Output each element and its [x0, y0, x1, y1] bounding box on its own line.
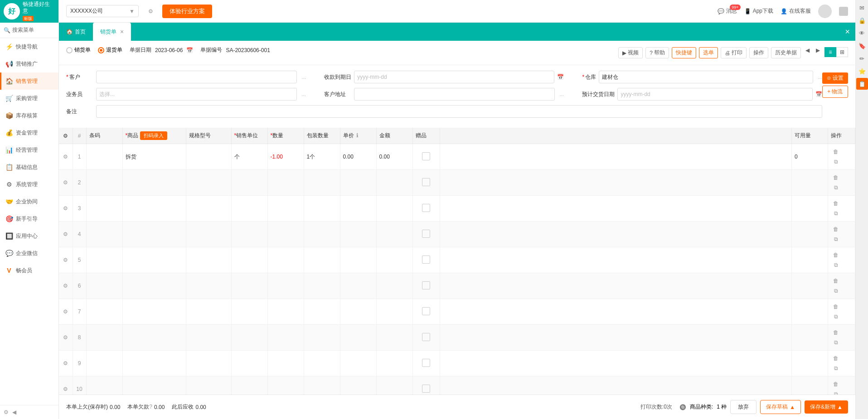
row-qty-2[interactable] [267, 170, 304, 196]
row-spec-3[interactable] [186, 196, 231, 222]
copy-icon-5[interactable]: ⧉ [831, 260, 841, 270]
tab-home[interactable]: 🏠 首页 [59, 23, 93, 41]
save-draft-button[interactable]: 保存草稿 ▲ [760, 400, 801, 414]
settings-icon[interactable]: ⚙ [4, 409, 9, 415]
col-gear[interactable]: ⚙ [59, 128, 73, 144]
expected-date-input[interactable]: yyyy-mm-dd [617, 88, 812, 101]
tool-lock-icon[interactable]: 🔒 [856, 14, 868, 26]
delete-icon-5[interactable]: 🗑 [831, 250, 841, 260]
row-barcode-10[interactable] [86, 376, 122, 395]
calendar-icon-expected[interactable]: 📅 [815, 91, 822, 97]
sidebar-item-basic[interactable]: 📋 基础信息 [0, 159, 58, 176]
row-gear-3[interactable]: ⚙ [59, 196, 73, 222]
help-btn[interactable]: ? 帮助 [645, 47, 669, 58]
print-btn[interactable]: 🖨 打印 [721, 47, 747, 58]
abandon-button[interactable]: 放弃 [730, 400, 756, 414]
save-new-button[interactable]: 保存&新增 ▲ [805, 400, 848, 414]
tool-orange-icon[interactable]: 📋 [856, 78, 868, 90]
sidebar-item-system[interactable]: ⚙ 系统管理 [0, 176, 58, 193]
shortcut-btn[interactable]: 快捷键 [672, 47, 696, 58]
calendar-icon[interactable]: 📅 [186, 47, 193, 53]
row-spec-4[interactable] [186, 222, 231, 247]
row-product-8[interactable] [122, 325, 186, 351]
customer-input[interactable] [96, 71, 297, 83]
row-price-10[interactable] [340, 376, 376, 395]
row-qty-7[interactable] [267, 299, 304, 325]
row-unit-3[interactable] [231, 196, 267, 222]
sidebar-item-finance[interactable]: 💰 资金管理 [0, 124, 58, 141]
row-unit-5[interactable] [231, 247, 267, 273]
row-spec-6[interactable] [186, 273, 231, 299]
row-price-1[interactable]: 0.00 [340, 144, 376, 170]
row-barcode-3[interactable] [86, 196, 122, 222]
row-gift-4[interactable] [412, 222, 440, 247]
row-pkgqty-7[interactable] [304, 299, 340, 325]
row-gift-2[interactable] [412, 170, 440, 196]
row-spec-7[interactable] [186, 299, 231, 325]
row-amount-5[interactable] [376, 247, 412, 273]
row-unit-2[interactable] [231, 170, 267, 196]
row-product-6[interactable] [122, 273, 186, 299]
row-barcode-8[interactable] [86, 325, 122, 351]
row-gear-1[interactable]: ⚙ [59, 144, 73, 170]
row-product-9[interactable] [122, 351, 186, 376]
salesperson-input[interactable]: 选择... [96, 88, 297, 101]
row-barcode-7[interactable] [86, 299, 122, 325]
row-qty-6[interactable] [267, 273, 304, 299]
row-qty-3[interactable] [267, 196, 304, 222]
app-download-button[interactable]: 📱 App下载 [744, 7, 773, 15]
sidebar-item-guide[interactable]: 🎯 新手引导 [0, 210, 58, 227]
delete-icon-8[interactable]: 🗑 [831, 327, 841, 337]
copy-icon-1[interactable]: ⧉ [831, 157, 841, 167]
row-amount-6[interactable] [376, 273, 412, 299]
copy-icon-10[interactable]: ⧉ [831, 389, 841, 395]
row-gift-7[interactable] [412, 299, 440, 325]
row-barcode-6[interactable] [86, 273, 122, 299]
row-gift-9[interactable] [412, 351, 440, 376]
row-gear-7[interactable]: ⚙ [59, 299, 73, 325]
scan-button[interactable]: 扫码录入 [140, 131, 167, 140]
row-gear-2[interactable]: ⚙ [59, 170, 73, 196]
tab-close-icon[interactable]: × [120, 28, 124, 35]
copy-icon-7[interactable]: ⧉ [831, 312, 841, 322]
sidebar-item-operation[interactable]: 📊 经营管理 [0, 141, 58, 159]
row-amount-8[interactable] [376, 325, 412, 351]
row-product-1[interactable]: 拆货 [122, 144, 186, 170]
radio-return[interactable]: 退货单 [98, 46, 122, 54]
row-qty-4[interactable] [267, 222, 304, 247]
row-product-4[interactable] [122, 222, 186, 247]
row-qty-9[interactable] [267, 351, 304, 376]
address-dots[interactable]: ... [559, 91, 564, 97]
row-unit-9[interactable] [231, 351, 267, 376]
row-pkgqty-5[interactable] [304, 247, 340, 273]
delete-icon-6[interactable]: 🗑 [831, 276, 841, 286]
tool-star-icon[interactable]: ⭐ [856, 65, 868, 77]
sidebar-item-enterprise[interactable]: 🤝 企业协同 [0, 193, 58, 210]
row-amount-3[interactable] [376, 196, 412, 222]
row-amount-1[interactable]: 0.00 [376, 144, 412, 170]
logistics-button[interactable]: + 物流 [822, 86, 848, 98]
row-price-6[interactable] [340, 273, 376, 299]
row-pkgqty-8[interactable] [304, 325, 340, 351]
row-gift-3[interactable] [412, 196, 440, 222]
row-pkgqty-1[interactable]: 1个 [304, 144, 340, 170]
operate-btn[interactable]: 操作 [749, 47, 768, 58]
row-product-5[interactable] [122, 247, 186, 273]
row-qty-10[interactable] [267, 376, 304, 395]
row-gear-6[interactable]: ⚙ [59, 273, 73, 299]
row-pkgqty-9[interactable] [304, 351, 340, 376]
tab-sales-order[interactable]: 销货单 × [93, 23, 131, 41]
collapse-icon[interactable]: ◀ [12, 409, 16, 415]
row-amount-4[interactable] [376, 222, 412, 247]
select-btn[interactable]: 选单 [699, 47, 718, 58]
row-product-2[interactable] [122, 170, 186, 196]
settings-button[interactable]: ⚙ [144, 5, 157, 18]
row-spec-2[interactable] [186, 170, 231, 196]
setting-button[interactable]: ⊙ 设置 [822, 72, 848, 84]
row-product-3[interactable] [122, 196, 186, 222]
row-qty-8[interactable] [267, 325, 304, 351]
row-unit-10[interactable] [231, 376, 267, 395]
row-price-9[interactable] [340, 351, 376, 376]
row-price-4[interactable] [340, 222, 376, 247]
sidebar-item-marketing[interactable]: 📢 营销推广 [0, 55, 58, 72]
